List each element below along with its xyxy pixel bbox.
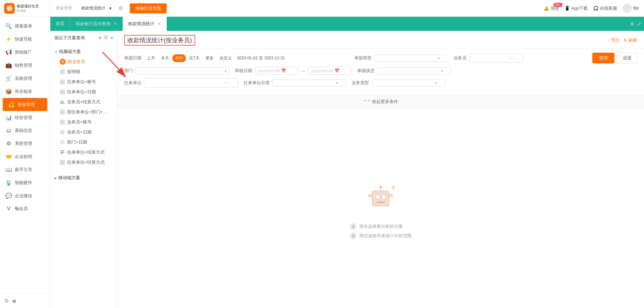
- tab-home[interactable]: 首页: [50, 17, 70, 31]
- svg-rect-16: [60, 101, 61, 104]
- sidebar-item-basic-info[interactable]: 🗂 基础信息: [0, 124, 50, 137]
- filter-type-item: 单据类型 ▾: [354, 55, 448, 62]
- export-button[interactable]: ↑ 导出: [607, 37, 620, 43]
- sidebar-item-sales[interactable]: 💼 销售管理: [0, 59, 50, 72]
- search-icon: 🔍: [5, 23, 12, 29]
- scheme-item-salesperson-settle[interactable]: 业务员+结算方式: [50, 97, 117, 107]
- tab-collection-stats-close[interactable]: ✕: [158, 21, 161, 26]
- scheme-item-dept-date[interactable]: 部门+日期: [50, 137, 117, 147]
- tab-collection-stats[interactable]: 收款情况统计 ✕: [123, 17, 167, 31]
- step-2-num: 2: [350, 233, 357, 239]
- svg-point-28: [62, 132, 63, 133]
- dept-select[interactable]: ▾: [136, 67, 229, 74]
- svg-point-44: [380, 186, 382, 188]
- tab-bank-flow-close[interactable]: ✕: [114, 21, 117, 26]
- footer-settings-icon[interactable]: ⚙: [4, 298, 9, 304]
- tab-expand-icon[interactable]: ⤢: [637, 21, 641, 27]
- add-scheme-button[interactable]: +: [99, 35, 102, 41]
- scheme-parent-label: 电脑端方案: [59, 49, 81, 55]
- sidebar-item-finance[interactable]: 💰 资金管理: [3, 98, 47, 111]
- date-filter-label: 单据日期: [124, 55, 142, 61]
- trial-button[interactable]: 体验行业方案: [130, 3, 167, 13]
- footer-collapse-icon[interactable]: ◀: [11, 298, 15, 304]
- quicknav-icon: ⚡: [5, 36, 12, 42]
- scheme-item-salesperson-account[interactable]: 业务员+账号: [50, 117, 117, 127]
- scheme-item-salesperson-date[interactable]: 业务员+日期: [50, 127, 117, 137]
- collapse-more-conditions[interactable]: ⌃⌃ 收起更多条件: [117, 95, 644, 108]
- filter-biz-type-item: 业务类型 ▾: [352, 80, 445, 87]
- sidebar-item-system[interactable]: ⚙ 系统管理: [0, 137, 50, 150]
- filter-counterpart-item: 往来单位 ···: [124, 78, 238, 88]
- scheme-parent-mobile[interactable]: ▶ 移动端方案: [50, 173, 117, 183]
- tab-bank-flow[interactable]: 现金银行流水查询 ✕: [70, 17, 123, 31]
- collapse-panel-icon[interactable]: «: [110, 35, 113, 41]
- export-icon: ↑: [607, 38, 610, 43]
- user-profile[interactable]: Rit: [623, 4, 639, 13]
- review-date-start[interactable]: yyyy-mm-dd 📅: [255, 67, 299, 75]
- sidebar-item-quicknav[interactable]: ⚡ 快捷导航: [0, 33, 50, 46]
- refresh-button[interactable]: ↻ 刷新: [624, 37, 637, 43]
- review-date-end[interactable]: yyyy-mm-dd 📅: [308, 67, 352, 75]
- header-gear-icon[interactable]: ⚙: [118, 5, 123, 11]
- date-tab-last-month[interactable]: 上月: [144, 54, 158, 62]
- date-tab-7days[interactable]: 近7天: [186, 54, 202, 62]
- svg-rect-19: [60, 110, 62, 112]
- sidebar-item-member[interactable]: V 畅会员: [0, 202, 50, 215]
- sidebar-item-hardware[interactable]: 📡 智能硬件: [0, 176, 50, 189]
- guide-icon: 📖: [5, 166, 12, 173]
- sidebar-item-search[interactable]: 🔍 搜索菜单: [0, 19, 50, 33]
- sidebar-item-marketing[interactable]: 📢 营销推广: [0, 46, 50, 59]
- svg-text:?: ?: [391, 186, 395, 191]
- scheme-item-by-detail[interactable]: 按明细: [50, 67, 117, 77]
- breadcrumb: 资金管理: [56, 5, 72, 11]
- message-button[interactable]: 🔔 消息 99+: [544, 5, 559, 11]
- svg-rect-11: [63, 82, 64, 84]
- setting-button[interactable]: 设置: [617, 53, 637, 63]
- salesperson-filter-label: 业务员: [453, 55, 467, 61]
- scheme-item-by-salesperson[interactable]: 按业务员: [50, 57, 117, 67]
- sidebar-item-collab[interactable]: 🤝 企业协同: [0, 150, 50, 163]
- main-area: 资金管理 / 收款情况统计 ▾ ⚙ 体验行业方案 🔔 消息 99+ 📱 App下…: [50, 0, 644, 308]
- scheme-settings-icon[interactable]: [104, 35, 108, 41]
- detail-icon: [60, 69, 65, 74]
- svg-rect-42: [377, 202, 385, 203]
- counterpart-category-select[interactable]: ▾: [272, 80, 346, 87]
- tab-close-all-icon[interactable]: ✕: [630, 21, 634, 27]
- page-title-actions: ↑ 导出 ↻ 刷新: [607, 37, 638, 43]
- date-tab-more[interactable]: 更多: [203, 54, 216, 62]
- salesperson-select[interactable]: ···: [469, 53, 523, 63]
- counterpart-dots[interactable]: ···: [224, 80, 230, 86]
- header-dropdown[interactable]: ▾: [109, 6, 112, 11]
- query-button[interactable]: 查询: [592, 53, 614, 63]
- sidebar-item-guide[interactable]: 📖 新手引导: [0, 163, 50, 176]
- online-service-button[interactable]: 🎧 在线客服: [593, 5, 617, 11]
- sidebar-item-purchase[interactable]: 🛒 采购管理: [0, 72, 50, 85]
- tab-bar: 首页 现金银行流水查询 ✕ 收款情况统计 ✕ ✕ ⤢: [50, 17, 644, 31]
- sidebar-item-inventory[interactable]: 📦 库存核算: [0, 85, 50, 98]
- scheme-item-counterpart-account[interactable]: 往来单位+账号: [50, 77, 117, 87]
- top-header: 资金管理 / 收款情况统计 ▾ ⚙ 体验行业方案 🔔 消息 99+ 📱 App下…: [50, 0, 644, 17]
- type-select[interactable]: ▾: [374, 55, 448, 62]
- filter-status-item: 单据状态 ▾: [357, 67, 451, 74]
- scheme-parent-desktop[interactable]: ▼ 电脑端方案: [50, 47, 117, 57]
- svg-rect-6: [60, 72, 62, 74]
- empty-steps: 1 请先选择要分析的方案 2 用过滤条件来缩小分析范围: [350, 223, 412, 239]
- salesperson-dots[interactable]: ···: [509, 55, 515, 61]
- app-download-button[interactable]: 📱 App下载: [565, 5, 588, 11]
- sidebar-item-wechat[interactable]: 💬 企业微信: [0, 189, 50, 202]
- date-tab-custom[interactable]: 自定义: [217, 54, 234, 62]
- scheme-item-counterpart-date[interactable]: 往来单位+日期: [50, 87, 117, 97]
- scheme-item-counterpart-settle2[interactable]: 往来单位+结算方式: [50, 157, 117, 167]
- sidebar-item-operations[interactable]: 📊 经营管理: [0, 111, 50, 124]
- counterpart-select[interactable]: ···: [144, 78, 238, 88]
- status-select[interactable]: ▾: [377, 67, 451, 74]
- date-tab-this-year[interactable]: 本年: [172, 54, 186, 62]
- svg-rect-9: [63, 80, 64, 82]
- scheme-item-by-counterpart-dept[interactable]: 按往来单位+部门+收...: [50, 107, 117, 117]
- filter-area: 单据日期 上月 本月 本年 近7天 更多 自定义 2023-01-01 至: [117, 49, 644, 95]
- filter-row-2: 部门 ▾ 审核日期 yyyy-mm-dd 📅 —: [124, 67, 637, 75]
- date-tab-this-month[interactable]: 本月: [158, 54, 172, 62]
- biz-type-select[interactable]: ▾: [372, 80, 445, 87]
- active-scheme-icon: [60, 59, 66, 65]
- scheme-item-counterpart-settle1[interactable]: 往来单位+结算方式: [50, 147, 117, 157]
